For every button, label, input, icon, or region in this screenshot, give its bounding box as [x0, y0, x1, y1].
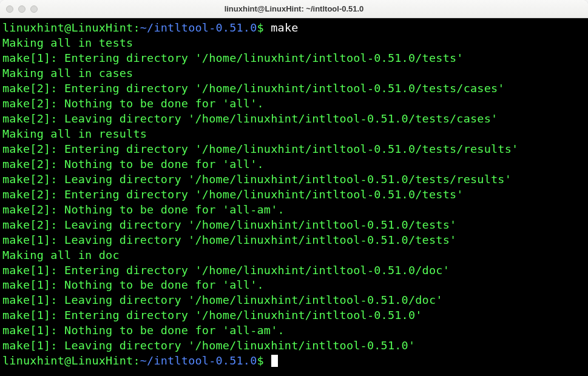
- window-title: linuxhint@LinuxHint: ~/intltool-0.51.0: [225, 4, 364, 13]
- output-line: make[2]: Nothing to be done for 'all'.: [2, 97, 264, 110]
- minimize-icon[interactable]: [18, 5, 25, 13]
- output-line: Making all in cases: [2, 67, 133, 79]
- command-text: make: [271, 21, 298, 34]
- output-line: make[1]: Nothing to be done for 'all-am'…: [2, 324, 285, 337]
- output-line: make[2]: Leaving directory '/home/linuxh…: [2, 218, 456, 231]
- output-line: make[1]: Leaving directory '/home/linuxh…: [2, 294, 443, 306]
- output-line: Making all in doc: [2, 249, 120, 261]
- output-line: make[2]: Nothing to be done for 'all'.: [2, 158, 264, 170]
- output-line: make[1]: Leaving directory '/home/linuxh…: [2, 233, 456, 246]
- prompt-dollar: $: [257, 21, 271, 34]
- maximize-icon[interactable]: [30, 5, 38, 13]
- output-line: make[1]: Entering directory '/home/linux…: [2, 309, 422, 321]
- output-line: make[2]: Leaving directory '/home/linuxh…: [2, 112, 498, 125]
- output-line: make[2]: Leaving directory '/home/linuxh…: [2, 173, 512, 186]
- prompt-path: ~/intltool-0.51.0: [140, 21, 257, 34]
- output-line: make[2]: Entering directory '/home/linux…: [2, 82, 505, 95]
- close-icon[interactable]: [6, 5, 13, 13]
- output-line: Making all in tests: [2, 36, 133, 49]
- output-line: make[2]: Nothing to be done for 'all-am'…: [2, 203, 285, 216]
- cursor: [271, 355, 278, 367]
- output-line: make[1]: Leaving directory '/home/linuxh…: [2, 339, 415, 352]
- prompt-colon: :: [133, 21, 140, 34]
- output-line: Making all in results: [2, 127, 147, 140]
- prompt-user-host: linuxhint@LinuxHint: [2, 21, 133, 34]
- prompt-dollar: $: [257, 354, 271, 367]
- prompt-path: ~/intltool-0.51.0: [140, 354, 257, 367]
- titlebar[interactable]: linuxhint@LinuxHint: ~/intltool-0.51.0: [0, 0, 588, 18]
- output-line: make[1]: Entering directory '/home/linux…: [2, 264, 450, 277]
- terminal-window: linuxhint@LinuxHint: ~/intltool-0.51.0 l…: [0, 0, 588, 376]
- prompt-colon: :: [133, 354, 140, 367]
- output-line: make[1]: Entering directory '/home/linux…: [2, 52, 464, 64]
- output-line: make[2]: Entering directory '/home/linux…: [2, 188, 464, 201]
- output-line: make[1]: Nothing to be done for 'all'.: [2, 278, 264, 291]
- terminal-body[interactable]: linuxhint@LinuxHint:~/intltool-0.51.0$ m…: [0, 18, 588, 376]
- prompt-user-host: linuxhint@LinuxHint: [2, 354, 133, 367]
- window-controls: [6, 5, 38, 13]
- output-line: make[2]: Entering directory '/home/linux…: [2, 143, 518, 155]
